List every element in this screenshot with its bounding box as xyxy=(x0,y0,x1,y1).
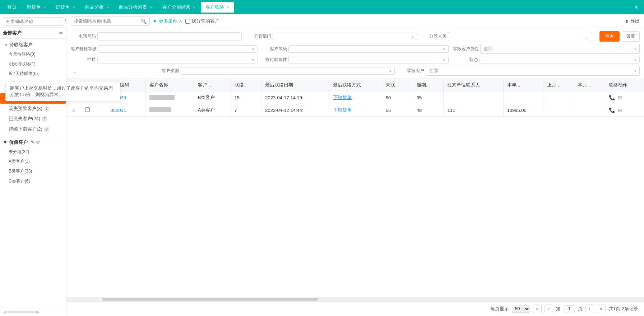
close-purchase-icon[interactable]: × xyxy=(73,5,75,9)
status-label: 状态 xyxy=(453,57,478,63)
dept-select[interactable]: ∨ xyxy=(273,33,417,40)
nav-item-customer-tier[interactable]: 客户分层经营 × xyxy=(158,2,200,13)
action-phone-icon-1[interactable]: 📞 xyxy=(609,95,615,100)
customer-type-label: 客户类型 xyxy=(154,68,179,74)
close-goods-list-icon[interactable]: × xyxy=(150,5,152,9)
sidebar-bottom-nav: ◀ ▶ xyxy=(0,308,66,316)
horizontal-scrollbar[interactable] xyxy=(66,297,644,301)
col-header-last-contact-date: 最后联络日期 xyxy=(261,79,329,91)
nav-item-goods-analysis[interactable]: 商品分析 × xyxy=(81,2,113,13)
sidebar-group-pending-title[interactable]: ▼ 待联络客户 xyxy=(0,40,66,49)
sidebar-scroll-right-icon[interactable]: ▶ xyxy=(36,310,40,315)
payment-select[interactable]: ∨ xyxy=(288,56,449,63)
retail-attr-select[interactable]: 全部 ∨ xyxy=(480,44,640,54)
cell-unread-2: 55 xyxy=(382,104,413,117)
next-page-button[interactable]: › xyxy=(585,305,594,313)
method-link-2[interactable]: 下销货单 xyxy=(333,107,352,113)
col-header-action: 联络动作 xyxy=(605,79,644,91)
nav-item-purchase[interactable]: 进货单 × xyxy=(51,2,79,13)
price-level-select[interactable]: ∨ xyxy=(98,45,258,53)
export-button[interactable]: ⬆ 导出 xyxy=(625,18,640,24)
sidebar-scroll-bar xyxy=(7,311,36,313)
filter-field-retail-attr: 零散客户属性 全部 ∨ xyxy=(453,44,640,54)
nav-item-goods-list[interactable]: 商品分析列表 × xyxy=(115,2,156,13)
first-page-button[interactable]: « xyxy=(533,305,542,313)
value-group-arrow-icon: ▼ xyxy=(3,140,8,145)
cell-type-1: B类客户 xyxy=(194,91,231,104)
sidebar-item-7days[interactable]: 近7天待联络(0) xyxy=(0,69,66,79)
sidebar-search-input[interactable] xyxy=(3,17,63,26)
sidebar-search-area: 🔍 xyxy=(0,14,66,28)
nav-item-customer-contact[interactable]: 客户联络 × xyxy=(201,2,233,13)
close-customer-contact-icon[interactable]: × xyxy=(227,5,229,9)
last-page-button[interactable]: » xyxy=(597,305,606,313)
sidebar-item-lost-warning[interactable]: 流失预警客户(3) ? xyxy=(0,104,66,114)
table-row: 2 000031 A类客户 7 2023-04-12 14:44: xyxy=(66,104,644,117)
cell-contact-1: 15 xyxy=(231,91,261,104)
action-icons-1: 📞 ⊞ xyxy=(609,95,640,100)
retail-attr-arrow-icon: ∨ xyxy=(634,47,636,51)
sidebar-item-a-class[interactable]: A类客户(1) xyxy=(0,157,66,166)
phone-input[interactable] xyxy=(97,32,242,41)
cell-num-2: 2 xyxy=(66,104,81,117)
customer-level-select[interactable]: ∨ xyxy=(288,45,449,53)
action-phone-icon-2[interactable]: 📞 xyxy=(609,107,615,113)
close-sales-icon[interactable]: × xyxy=(43,5,46,9)
col-header-unread: 未联... xyxy=(382,79,413,91)
more-conditions-button[interactable]: ▼ 更多条件 ∧ xyxy=(153,18,182,24)
row-checkbox-2[interactable] xyxy=(85,107,90,112)
customer-name-blur-2 xyxy=(149,107,171,112)
col-header-this-month: 本月... xyxy=(574,79,605,91)
method-link-1[interactable]: 下销货单 xyxy=(333,95,352,100)
action-grid-icon-1[interactable]: ⊞ xyxy=(618,95,622,100)
content-area: 🔍 ▼ 更多条件 ∧ 我分管的客户 ⬆ 导出 电话号码 xyxy=(66,14,644,316)
col-header-overdue: 逾期... xyxy=(413,79,444,91)
nav-item-sales[interactable]: 销货单 × xyxy=(22,2,50,13)
cell-overdue-2: 48 xyxy=(413,104,444,117)
close-all-tabs-button[interactable]: × xyxy=(631,2,641,13)
cell-this-month-2 xyxy=(574,104,605,117)
filter-field-status: 状态 ∨ xyxy=(453,56,640,63)
nav-item-home[interactable]: 首页 xyxy=(3,2,21,13)
sidebar-collapse-icon[interactable]: ≪ xyxy=(59,30,63,36)
sidebar-item-lost[interactable]: 已流失客户(24) ? xyxy=(0,114,66,124)
value-group-edit-icon[interactable]: ✎ xyxy=(31,140,34,145)
filter-field-phone: 电话号码 xyxy=(71,32,242,41)
sidebar-value-group-title[interactable]: ▼ 价值客户 ✎ ⚙ xyxy=(0,138,66,147)
my-customers-checkbox[interactable] xyxy=(185,19,190,24)
manager-select[interactable]: … xyxy=(448,32,592,41)
settings-button[interactable]: 设置 xyxy=(622,31,640,42)
customer-search-icon[interactable]: 🔍 xyxy=(140,18,147,24)
page-size-select[interactable]: 50 100 200 xyxy=(512,305,530,313)
sidebar-item-today[interactable]: 今天待联络(0) xyxy=(0,49,66,59)
close-goods-analysis-icon[interactable]: × xyxy=(107,5,109,9)
sidebar-item-declining[interactable]: 持续下滑客户(2) ? xyxy=(0,124,66,135)
retail-customer-select[interactable]: 全部 ∨ xyxy=(426,66,640,76)
query-button[interactable]: 查询 xyxy=(599,31,620,42)
nature-select[interactable]: ∨ xyxy=(97,56,258,63)
filter-row-3: 性质 ∨ 收付款条件 ∨ 状态 xyxy=(71,56,640,63)
sidebar-all-customers[interactable]: 全部客户 ≪ xyxy=(0,28,66,39)
extra-dots[interactable]: ... xyxy=(72,68,77,74)
page-number-input[interactable] xyxy=(564,305,575,312)
page-size-label: 每页显示 xyxy=(490,306,509,312)
manager-more-icon[interactable]: … xyxy=(584,34,589,39)
pagination: 每页显示 50 100 200 « ‹ 第 页 › » 共1页 2条记录 xyxy=(66,301,644,316)
sidebar-item-c-class[interactable]: C类客户(6) xyxy=(0,176,66,186)
close-customer-tier-icon[interactable]: × xyxy=(193,5,195,9)
cell-method-2[interactable]: 下销货单 xyxy=(329,104,382,117)
customer-search-input[interactable] xyxy=(74,19,139,24)
prev-page-button[interactable]: ‹ xyxy=(545,305,553,313)
sidebar-divider-2 xyxy=(3,136,63,136)
sidebar-item-ungroup[interactable]: 未分组(32) xyxy=(0,147,66,157)
sidebar-item-b-class[interactable]: B类客户(33) xyxy=(0,166,66,176)
cell-method-1[interactable]: 下销货单 xyxy=(329,91,382,104)
sidebar-item-tomorrow[interactable]: 明天待联络(1) xyxy=(0,59,66,69)
customer-type-select[interactable]: ∨ xyxy=(181,67,395,75)
sidebar-scroll-left-icon[interactable]: ◀ xyxy=(3,310,6,315)
cell-code-2[interactable]: 000031 xyxy=(107,104,145,117)
status-select[interactable]: ∨ xyxy=(479,56,640,63)
customer-name-blur-1 xyxy=(149,95,175,100)
action-grid-icon-2[interactable]: ⊞ xyxy=(618,107,622,113)
value-group-settings-icon[interactable]: ⚙ xyxy=(36,140,40,145)
